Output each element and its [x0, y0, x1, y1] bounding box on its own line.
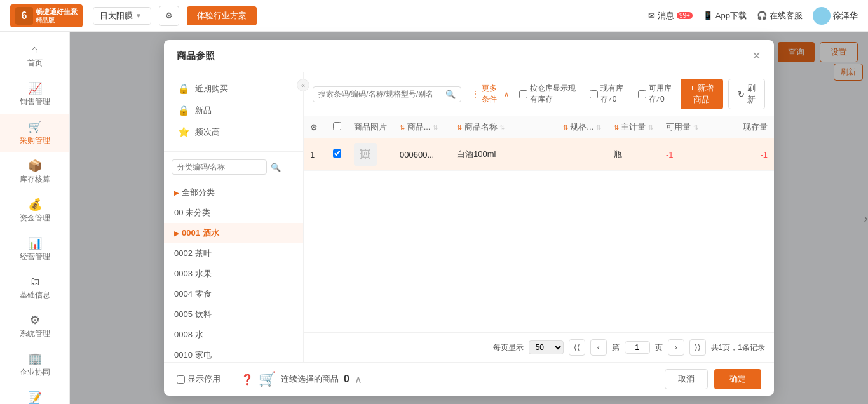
filter-button[interactable]: ⋮ 更多条件 ∧ [466, 81, 514, 107]
logo-icon: 6 [15, 7, 33, 25]
nav-recent[interactable]: 🔒 近期购买 [172, 79, 295, 99]
cart-icon[interactable]: 🛒 [259, 371, 276, 387]
message-button[interactable]: ✉ 消息 99+ [648, 10, 693, 22]
checkbox-stock[interactable] [590, 90, 598, 98]
row-spec [557, 138, 607, 171]
filter-checkboxes: 按仓库显示现有库存 现有库存≠0 可用库存≠0 [519, 83, 675, 105]
app-download-button[interactable]: 📱 App下载 [703, 10, 747, 22]
category-0001[interactable]: ▶ 0001 酒水 [164, 223, 303, 243]
row-select-checkbox[interactable] [333, 149, 341, 158]
sidebar-item-enterprise[interactable]: 🏢 企业协同 [0, 346, 69, 384]
chevron-down-icon: ▼ [135, 12, 142, 19]
checkbox-warehouse-label[interactable]: 按仓库显示现有库存 [519, 83, 580, 105]
left-panel: 🔒 近期购买 🔒 新品 ⭐ 频次高 [164, 72, 304, 362]
next-page-button[interactable]: › [668, 339, 684, 356]
checkbox-available[interactable] [638, 90, 646, 98]
enterprise-icon: 🏢 [28, 352, 42, 366]
sidebar-item-home[interactable]: ⌂ 首页 [0, 37, 69, 75]
checkbox-available-label[interactable]: 可用库存≠0 [638, 83, 675, 105]
modal-title: 商品参照 [177, 50, 215, 62]
modal-footer: 显示停用 ❓ 🛒 连续选择的商品 0 ∧ 取消 确定 [164, 362, 774, 396]
page-size-select[interactable]: 50 10 20 100 [529, 340, 564, 354]
add-product-button[interactable]: + 新增商品 [681, 79, 723, 109]
row-name: 白酒100ml [451, 138, 557, 171]
sidebar-item-finance[interactable]: 💰 资金管理 [0, 191, 69, 230]
category-0003[interactable]: 0003 水果 [164, 264, 303, 284]
page-unit: 页 [655, 342, 663, 353]
category-0005[interactable]: 0005 饮料 [164, 304, 303, 325]
col-unit[interactable]: ⇅ 主计量 [607, 116, 660, 138]
col-available[interactable]: 可用量 [660, 116, 723, 138]
user-avatar[interactable]: 徐泽华 [813, 7, 858, 25]
last-page-button[interactable]: ⟩⟩ [689, 339, 706, 356]
image-placeholder-icon: 🖼 [360, 148, 371, 161]
row-available: -1 [660, 138, 723, 171]
category-0004[interactable]: 0004 零食 [164, 284, 303, 304]
logo-text: 畅捷通好生意 精品版 [36, 7, 78, 24]
sidebar-item-sales[interactable]: 📈 销售管理 [0, 75, 69, 114]
warehouse-selector[interactable]: 日太阳膜 ▼ [93, 7, 151, 25]
checkbox-warehouse[interactable] [519, 90, 527, 98]
show-disabled-wrap: 显示停用 [177, 374, 220, 385]
message-icon: ✉ [648, 11, 655, 20]
category-list: ▶ 全部分类 00 未分类 ▶ 0001 酒水 0002 茶 [164, 180, 303, 362]
modal-body: 🔒 近期购买 🔒 新品 ⭐ 频次高 [164, 72, 774, 362]
col-code[interactable]: ⇅ 商品... [393, 116, 451, 138]
col-spec[interactable]: ⇅ 规格... [557, 116, 607, 138]
sidebar-item-operations[interactable]: 📊 经营管理 [0, 230, 69, 269]
online-service-button[interactable]: 🎧 在线客服 [757, 10, 803, 22]
system-icon: ⚙ [30, 313, 40, 327]
category-00[interactable]: 00 未分类 [164, 203, 303, 223]
operations-icon: 📊 [28, 236, 42, 250]
category-search-input[interactable] [172, 159, 267, 175]
modal-close-button[interactable]: ✕ [752, 49, 761, 63]
logo: 6 畅捷通好生意 精品版 [10, 4, 83, 27]
footer-actions: 取消 确定 [665, 369, 761, 389]
page-number-input[interactable] [625, 341, 650, 354]
sidebar-item-guide[interactable]: 📝 新手引导 [0, 384, 69, 404]
col-stock: 现存量 [723, 116, 774, 138]
pagination-bar: 每页显示 50 10 20 100 ⟨⟨ ‹ 第 页 [304, 332, 774, 362]
show-disabled-label: 显示停用 [187, 374, 220, 385]
row-code: 000600... [393, 138, 451, 171]
first-page-button[interactable]: ⟨⟨ [569, 339, 585, 356]
cart-label: 连续选择的商品 [281, 374, 339, 385]
try-industry-button[interactable]: 体验行业方案 [187, 6, 257, 25]
filter-icon: ⋮ [471, 90, 479, 98]
nav-new[interactable]: 🔒 新品 [172, 100, 295, 121]
row-checkbox[interactable] [327, 138, 348, 171]
table-row[interactable]: 1 🖼 000600... 白酒100ml [304, 138, 774, 171]
nav-frequent[interactable]: ⭐ 频次高 [172, 122, 295, 142]
checkbox-stock-label[interactable]: 现有库存≠0 [590, 83, 627, 105]
category-search-icon[interactable]: 🔍 [271, 163, 281, 172]
cancel-button[interactable]: 取消 [665, 369, 708, 389]
sidebar: ⌂ 首页 📈 销售管理 🛒 采购管理 📦 库存核算 💰 资金管理 📊 经营管理 … [0, 32, 70, 404]
panel-collapse-button[interactable]: « [297, 79, 309, 91]
avatar [813, 7, 831, 25]
category-0002[interactable]: 0002 茶叶 [164, 243, 303, 264]
product-search-input[interactable] [318, 90, 445, 98]
select-all-checkbox[interactable] [333, 122, 341, 130]
toolbar-right: + 新增商品 ↻ 刷新 [681, 79, 765, 109]
home-icon: ⌂ [31, 43, 38, 57]
sidebar-item-system[interactable]: ⚙ 系统管理 [0, 307, 69, 346]
category-0008[interactable]: 0008 水 [164, 325, 303, 345]
category-0010[interactable]: 0010 家电 [164, 345, 303, 362]
show-disabled-checkbox[interactable] [177, 375, 185, 384]
mobile-icon: 📱 [703, 11, 713, 20]
product-search-icon[interactable]: 🔍 [445, 90, 456, 99]
sidebar-item-basic[interactable]: 🗂 基础信息 [0, 269, 69, 307]
sidebar-item-inventory[interactable]: 📦 库存核算 [0, 152, 69, 191]
col-settings[interactable]: ⚙ [304, 116, 327, 138]
refresh-button[interactable]: ↻ 刷新 [728, 79, 765, 109]
cart-collapse-icon[interactable]: ∧ [355, 374, 362, 386]
col-name[interactable]: ⇅ 商品名称 [451, 116, 557, 138]
col-image: 商品图片 [348, 116, 393, 138]
confirm-button[interactable]: 确定 [714, 369, 761, 389]
settings-button[interactable]: ⚙ [159, 6, 179, 26]
prev-page-button[interactable]: ‹ [590, 339, 607, 356]
sidebar-item-purchase[interactable]: 🛒 采购管理 [0, 114, 69, 152]
category-all[interactable]: ▶ 全部分类 [164, 182, 303, 203]
help-icon[interactable]: ❓ [241, 374, 254, 386]
page-label: 第 [612, 342, 620, 353]
